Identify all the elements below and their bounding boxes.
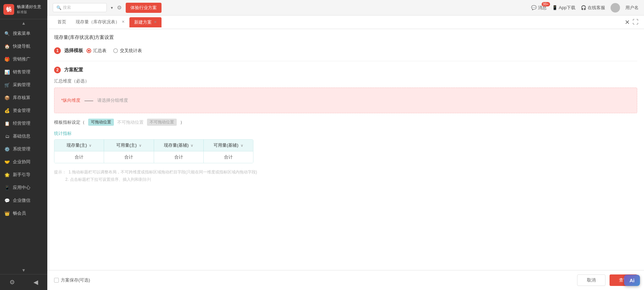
radio-cross-label: 交叉统计表 — [120, 48, 142, 54]
tab-new-label: 新建方案 — [134, 19, 152, 25]
box-icon: 📦 — [4, 95, 10, 101]
app-name: 畅康通好生意 — [17, 4, 41, 10]
header-app-btn[interactable]: 📱 App下载 — [552, 5, 575, 11]
step1-section: 1 选择模板 汇总表 交叉统计表 — [54, 47, 637, 54]
headset-icon: 🎧 — [581, 5, 586, 10]
radio-summary[interactable]: 汇总表 — [86, 48, 106, 54]
sidebar-item-marketing[interactable]: 🎁 营销推广 — [0, 53, 47, 66]
sidebar-item-sales[interactable]: 📊 销售管理 — [0, 66, 47, 78]
tab-new-plan[interactable]: 新建方案 ✕ — [129, 17, 162, 27]
logo-icon: 畅 — [3, 4, 14, 15]
stat-cell-0-0: 合计 — [54, 151, 104, 163]
step1-header: 1 选择模板 汇总表 交叉统计表 — [54, 47, 637, 54]
header-avatar[interactable] — [611, 3, 620, 13]
tab-inventory-label: 现存量（库存状况表） — [76, 19, 120, 25]
sidebar-item-label: 系统管理 — [13, 146, 30, 152]
step1-badge: 1 — [54, 47, 61, 54]
sidebar-item-operations[interactable]: 📋 经营管理 — [0, 117, 47, 130]
sidebar-scroll-down[interactable]: ▼ — [0, 266, 47, 274]
save-checkbox[interactable]: 方案保存(可选) — [54, 277, 90, 283]
stat-col-label-2: 现存量(基辅) — [164, 142, 189, 148]
radio-cross[interactable]: 交叉统计表 — [113, 48, 142, 54]
mobile-icon: 📱 — [552, 5, 558, 10]
sidebar-item-shortcut[interactable]: 🏠 快捷导航 — [0, 40, 47, 53]
chat-icon: 💬 — [4, 197, 10, 203]
sidebar-item-label: 新手引导 — [13, 172, 30, 178]
app-version: 标准版 — [17, 10, 41, 15]
radio-cross-dot — [113, 48, 118, 53]
header-search-placeholder: 搜索 — [63, 5, 71, 10]
sidebar-collapse-btn[interactable]: ◀ — [31, 277, 41, 287]
sidebar-item-enterprise[interactable]: 🤝 企业协同 — [0, 155, 47, 168]
chevron-icon-3: ∨ — [241, 143, 243, 148]
sidebar-settings-btn[interactable]: ⚙ — [7, 277, 18, 287]
sidebar-item-label: 快捷导航 — [13, 43, 30, 49]
radio-summary-dot — [86, 48, 91, 53]
dimension-area[interactable]: *纵向维度 —— 请选择分组维度 — [54, 88, 637, 113]
indicator-label: 模板指标设定（ — [54, 119, 85, 125]
header-username[interactable]: 用户名 — [625, 5, 639, 11]
stat-col-3[interactable]: 可用量(基辅) ∨ — [204, 140, 253, 151]
sidebar: 畅 畅康通好生意 标准版 ▲ 🔍 搜索菜单 🏠 快捷导航 🎁 营销推广 📊 销售… — [0, 0, 47, 290]
sidebar-item-newbie[interactable]: 🌟 新手引导 — [0, 168, 47, 181]
app-label: App下载 — [559, 5, 575, 11]
sidebar-item-system[interactable]: ⚙️ 系统管理 — [0, 143, 47, 155]
tab-inventory-close[interactable]: ✕ — [122, 20, 125, 24]
tab-bar-expand-btn[interactable]: ⛶ — [633, 19, 639, 26]
stat-col-0[interactable]: 现存量(主) ∨ — [54, 140, 104, 151]
cancel-button[interactable]: 取消 — [577, 274, 605, 286]
trial-btn[interactable]: 体验行业方案 — [126, 3, 162, 13]
top-header: 🔍 搜索 ▾ ⚙ 体验行业方案 💬 消息 99+ 📱 App下载 🎧 在线客服 … — [47, 0, 644, 16]
money-icon: 💰 — [4, 107, 10, 114]
search-icon: 🔍 — [4, 30, 10, 37]
sidebar-item-label: 基础信息 — [13, 133, 30, 139]
cart-icon: 🛒 — [4, 82, 10, 88]
step2-section: 2 方案配置 汇总维度（必选） *纵向维度 —— 请选择分组维度 模板指标设定（… — [54, 67, 637, 183]
sidebar-scroll-up[interactable]: ▲ — [0, 19, 47, 27]
clipboard-icon: 📋 — [4, 120, 10, 126]
save-checkbox-box[interactable] — [54, 278, 59, 283]
tab-inventory-status[interactable]: 现存量（库存状况表） ✕ — [71, 16, 129, 28]
page-content: 现存量(库存状况表)方案设置 1 选择模板 汇总表 交叉统计表 — [47, 29, 644, 270]
gear-icon: ⚙️ — [4, 146, 10, 152]
sidebar-item-label: 资金管理 — [13, 107, 30, 114]
ai-fab-button[interactable]: Ai — [624, 275, 640, 286]
sidebar-item-label: 企业协同 — [13, 159, 30, 165]
sidebar-item-label: 销售管理 — [13, 69, 30, 75]
tab-new-close[interactable]: ✕ — [154, 20, 157, 24]
page-title: 现存量(库存状况表)方案设置 — [54, 34, 637, 41]
sidebar-item-search[interactable]: 🔍 搜索菜单 — [0, 27, 47, 40]
radio-summary-label: 汇总表 — [93, 48, 106, 54]
sidebar-item-apps[interactable]: 📱 应用中心 — [0, 181, 47, 194]
dimension-title: 汇总维度（必选） — [54, 78, 637, 84]
tab-bar-right: ✕ ⛶ — [625, 19, 639, 26]
stat-col-1[interactable]: 可用量(主) ∨ — [104, 140, 154, 151]
tab-bar-close-btn[interactable]: ✕ — [625, 19, 630, 26]
sidebar-item-member[interactable]: 👑 畅会员 — [0, 207, 47, 220]
header-msg-btn[interactable]: 💬 消息 99+ — [531, 5, 547, 11]
search-icon: 🔍 — [56, 5, 61, 10]
tab-home[interactable]: 首页 — [53, 16, 71, 28]
header-search-bar[interactable]: 🔍 搜索 — [53, 3, 107, 12]
sidebar-footer: ⚙ ◀ — [0, 274, 47, 290]
home-icon: 🏠 — [4, 43, 10, 49]
tip-line-2: 2. 点击标题栏下拉可设置排序、插入列和删除列 — [54, 176, 637, 184]
header-dropdown[interactable]: ▾ — [111, 5, 113, 10]
sidebar-item-wechat[interactable]: 💬 企业微信 — [0, 194, 47, 207]
stat-col-2[interactable]: 现存量(基辅) ∨ — [154, 140, 204, 151]
stat-section-title: 统计指标 — [54, 130, 637, 137]
sidebar-item-finance[interactable]: 💰 资金管理 — [0, 104, 47, 117]
sidebar-item-label: 经营管理 — [13, 120, 30, 126]
handshake-icon: 🤝 — [4, 159, 10, 165]
sidebar-item-purchase[interactable]: 🛒 采购管理 — [0, 78, 47, 91]
indicator-close-paren: ） — [180, 119, 184, 125]
service-label: 在线客服 — [588, 5, 605, 11]
header-gear-btn[interactable]: ⚙ — [117, 4, 122, 11]
sidebar-item-basic[interactable]: 🗂 基础信息 — [0, 130, 47, 143]
folder-icon: 🗂 — [4, 133, 10, 139]
main-container: 🔍 搜索 ▾ ⚙ 体验行业方案 💬 消息 99+ 📱 App下载 🎧 在线客服 … — [47, 0, 644, 290]
sidebar-item-inventory[interactable]: 📦 库存核算 — [0, 91, 47, 104]
header-service-btn[interactable]: 🎧 在线客服 — [581, 5, 605, 11]
stat-col-label-1: 可用量(主) — [116, 142, 137, 148]
template-radio-group: 汇总表 交叉统计表 — [86, 48, 142, 54]
